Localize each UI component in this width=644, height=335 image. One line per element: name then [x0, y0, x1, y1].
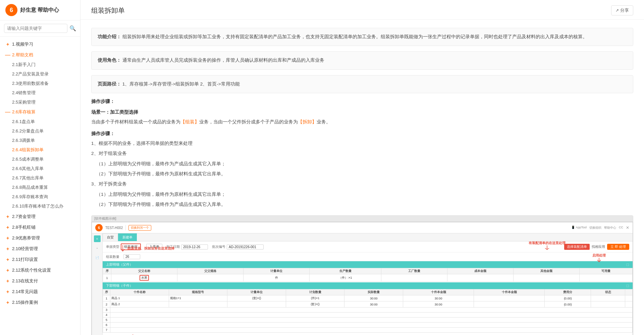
sim-switch-btn[interactable]: 切换到另一个 [128, 225, 151, 231]
sim-qty-input[interactable] [123, 254, 140, 259]
sidebar-item-coupon[interactable]: + 2.9优惠券管理 [0, 233, 80, 243]
sidebar-item-2-6-3[interactable]: 2.6.3调拨单 [0, 136, 80, 145]
sim-btd-5-rest [110, 318, 633, 323]
sidebar-item-label: 1.视频学习 [12, 41, 33, 47]
sim-btd-3-seq: 3 [103, 308, 110, 313]
sidebar-item-capital[interactable]: + 2.7资金管理 [0, 212, 80, 222]
sidebar-item-custom[interactable]: + 2.12系统个性化设置 [0, 265, 80, 275]
sim-left-icon-2: + [94, 245, 101, 252]
step-3: 3、对于拆类业务 [91, 180, 633, 188]
sim-top-row-1: 1 水果 件 （件）:×1 [103, 274, 633, 282]
sidebar-item-2-6-9[interactable]: 2.6.9库存账本查询 [0, 192, 80, 202]
sim-arrow-down-1 [537, 245, 557, 252]
page-title: 组装拆卸单 [91, 6, 125, 15]
sim-bth-cost2: 十件本金额 [474, 289, 545, 295]
sim-icon-switch: 切换组织 [589, 226, 601, 230]
sim-field-date-input[interactable] [181, 244, 208, 249]
search-button[interactable]: 🔍 [69, 25, 76, 32]
sidebar-item-2-6-7[interactable]: 2.6.7其他出库单 [0, 173, 80, 183]
sidebar-item-install[interactable]: 2.2产品安装及登录 [0, 69, 80, 79]
sim-td-seq: 1 [103, 274, 111, 282]
sim-field-batch-input[interactable] [227, 244, 264, 249]
sim-btd-1-name: 商品 1 [110, 295, 169, 301]
app-logo-icon: 6 [5, 4, 17, 16]
sidebar-item-label: 2.14常见问题 [12, 289, 38, 295]
sidebar-item-online-payment[interactable]: + 2.13在线支付 [0, 276, 80, 286]
sidebar-item-biz-mgmt[interactable]: + 2.10经营管理 [0, 244, 80, 254]
step-2-1: （1）上部明细为父件明细，最终作为产成品生成其它入库单； [91, 160, 633, 168]
sidebar-item-label: 2.8手机旺铺 [12, 224, 36, 230]
minus-icon-inventory: — [5, 110, 10, 114]
sim-bth-cost1: 十件本金额 [403, 289, 474, 295]
sim-close-icon[interactable]: ✕ [626, 225, 629, 230]
sidebar-item-2-6-4[interactable]: 2.6.4组装拆卸单 [0, 145, 80, 155]
sim-tab-new[interactable]: 新建单 [118, 233, 137, 241]
sim-table-top-expand[interactable]: ⬚ [626, 263, 629, 266]
sim-th-spec1: 父父规格 [177, 268, 244, 274]
sim-th-prod-qty: 生产数量 [310, 268, 381, 274]
sidebar-item-beginner[interactable]: 2.1新手入门 [0, 60, 80, 69]
main-body: 功能介绍： 组装拆卸单用来处理企业组装或拆卸等加工业务，支持有固定装配清单的产品… [80, 20, 644, 335]
highlight-assemble: 【组装】 [180, 119, 199, 124]
sim-tab-autotrade[interactable]: 自贸 [103, 233, 118, 241]
sim-btd-2-seq: 2 [103, 301, 110, 308]
sim-top-bar: 6 TEST-H002 切换到另一个 📱 AppTool 切换组织 帮助中心 C… [92, 222, 633, 233]
sidebar-item-2-6-10[interactable]: 2.6.10库存账本错了怎么办 [0, 202, 80, 211]
plus-icon: + [5, 246, 10, 251]
sidebar-item-label: 2.15操作案例 [12, 299, 38, 305]
sidebar-item-help-docs[interactable]: — 2.帮助文档 [0, 50, 80, 60]
main-header: 组装拆卸单 ↗ 分享 [80, 0, 644, 20]
sim-btd-2-cost1: 30:00 [403, 301, 474, 308]
page-path-label: 页面路径： [98, 81, 121, 87]
sim-btd-2-spec [169, 301, 227, 308]
main-content: 组装拆卸单 ↗ 分享 功能介绍： 组装拆卸单用来处理企业组装或拆卸等加工业务，支… [80, 0, 644, 335]
search-input[interactable] [4, 24, 67, 33]
sidebar-item-cases[interactable]: + 2.15操作案例 [0, 297, 80, 308]
sim-form-row-1: 单据类型 组装单据 入库单 加工日期 [103, 241, 633, 253]
sim-find-label: 找相应用 [592, 244, 605, 249]
sidebar-item-print[interactable]: + 2.11打印设置 [0, 255, 80, 265]
sim-select-config-btn[interactable]: 选择装配清单 [564, 244, 590, 250]
sim-td-avail [580, 274, 633, 282]
share-icon: ↗ [615, 8, 619, 13]
sim-td-unit: 件 [244, 274, 310, 282]
sim-btd-2-act [625, 301, 633, 308]
plus-icon: + [5, 214, 10, 219]
sim-btd-1-cost2 [474, 295, 545, 301]
sidebar-item-inventory[interactable]: — 2.6库存核算 [0, 107, 80, 117]
share-button-label: 分享 [620, 7, 629, 13]
sidebar-item-video-learning[interactable]: + 1.视频学习 [0, 39, 80, 49]
sim-brow-2: 2 商品 2 (套)×() 30:00 30:00 (0.00) [103, 301, 633, 308]
sidebar-item-faq[interactable]: + 2.14常见问题 [0, 287, 80, 297]
sidebar-item-2-6-8[interactable]: 2.6.8商品成本重算 [0, 183, 80, 192]
sim-left-strip: ≡ + 📄 [92, 233, 103, 335]
sim-icon-cc: CC [619, 226, 623, 230]
sidebar-item-2-6-6[interactable]: 2.6.6其他入库单 [0, 164, 80, 173]
app-brand-name: 好生意 帮助中心 [20, 7, 59, 14]
sim-table-bottom-expand[interactable]: ⬚ [626, 284, 629, 287]
step-2: 2、对于组装业务 [91, 150, 633, 158]
sim-btd-7-seq: 7 [103, 328, 110, 333]
sidebar-item-2-6-1[interactable]: 2.6.1盘点单 [0, 117, 80, 126]
sim-process-btn[interactable]: 立 即 处理 [607, 244, 629, 250]
nav-section-2-10: + 2.10经营管理 [0, 244, 80, 254]
sidebar-navigation: + 1.视频学习 — 2.帮助文档 2.1新手入门 2.2产品安装及登录 2.3… [0, 37, 80, 335]
sidebar-item-2-6-5[interactable]: 2.6.5成本调整单 [0, 155, 80, 164]
plus-icon: + [5, 268, 10, 273]
sidebar-item-mobile[interactable]: + 2.8手机旺铺 [0, 222, 80, 232]
feature-intro-label: 功能介绍： [98, 34, 121, 39]
sim-annotation-1-text: 有装配清单的在这里处理 [529, 241, 566, 245]
sidebar-item-label: 2.帮助文档 [12, 52, 33, 58]
sidebar-item-data-prep[interactable]: 2.3使用前数据准备 [0, 79, 80, 88]
nav-section-2: — 2.帮助文档 2.1新手入门 2.2产品安装及登录 2.3使用前数据准备 2… [0, 50, 80, 211]
sim-btd-1-act [625, 295, 633, 301]
sidebar: 6 好生意 帮助中心 🔍 + 1.视频学习 — 2.帮助文档 2.1新手入门 2… [0, 0, 80, 335]
sidebar-item-2-6-2[interactable]: 2.6.2分量盘点单 [0, 126, 80, 136]
sidebar-item-sales[interactable]: 2.4销售管理 [0, 88, 80, 98]
sim-annotation-1: 有装配清单的在这里处理 [529, 241, 566, 252]
plus-icon: + [5, 279, 10, 283]
sidebar-item-label: 2.12系统个性化设置 [12, 267, 51, 273]
sidebar-item-purchase[interactable]: 2.5采购管理 [0, 98, 80, 107]
operations-subtitle: 操作步骤： [91, 131, 633, 137]
share-button[interactable]: ↗ 分享 [611, 5, 633, 15]
